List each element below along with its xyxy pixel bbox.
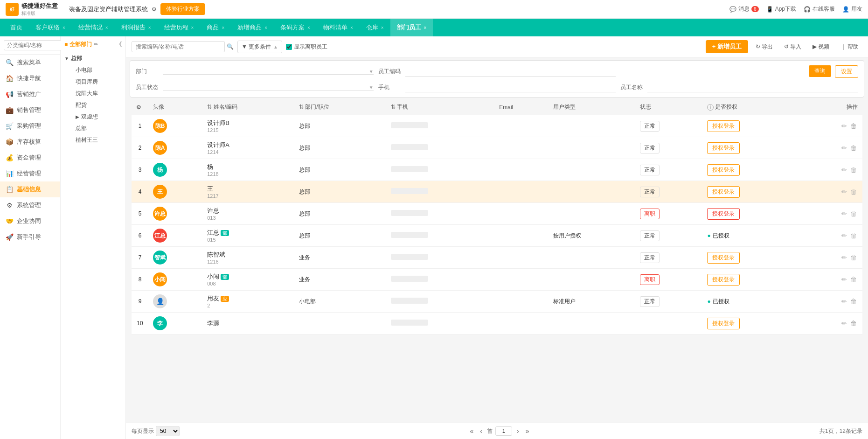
sidebar-item-collab[interactable]: 🤝 企业协同 [0, 213, 60, 229]
experience-button[interactable]: 体验行业方案 [160, 3, 205, 15]
dept-col-header[interactable]: ⇅ 部门/职位 [294, 99, 386, 115]
name-col-header[interactable]: ⇅ 姓名/编码 [202, 99, 294, 115]
dept-node-head[interactable]: ▼总部 [61, 53, 125, 64]
sidebar-item-marketing[interactable]: 📢 营销推广 [0, 86, 60, 102]
delete-button[interactable]: 🗑 [849, 165, 858, 174]
add-employee-button[interactable]: + 新增员工 [706, 40, 748, 53]
tab-customer[interactable]: 客户联络 × [29, 19, 72, 36]
auth-login-button[interactable]: 授权登录 [707, 164, 740, 176]
tab-profit[interactable]: 利润报告 × [115, 19, 158, 36]
dept-node-delivery[interactable]: 配货 [66, 99, 125, 111]
user-action[interactable]: 👤 用友 [842, 5, 862, 13]
tab-add-goods[interactable]: 新增商品 × [231, 19, 274, 36]
search-icon[interactable]: 🔍 [227, 43, 234, 50]
close-icon[interactable]: × [62, 25, 65, 30]
auth-login-button[interactable]: 授权登录 [707, 120, 740, 132]
tab-warehouse[interactable]: 仓库 × [360, 19, 390, 36]
dept-node-project[interactable]: 项目库房 [66, 76, 125, 88]
dept-node-shuangxu[interactable]: ▶双虚想 [66, 111, 125, 123]
auth-login-button[interactable]: 授权登录 [707, 274, 740, 286]
auth-login-button[interactable]: 授权登录 [707, 142, 740, 154]
last-page-button[interactable]: » [524, 426, 531, 436]
edit-button[interactable]: ✏ [840, 275, 848, 284]
prev-page-button[interactable]: ‹ [478, 426, 484, 436]
sidebar-item-sales[interactable]: 💼 销售管理 [0, 102, 60, 118]
emp-code-input[interactable] [405, 67, 616, 77]
dept-node-shenyang[interactable]: 沈阳大库 [66, 88, 125, 99]
query-button[interactable]: 查询 [809, 65, 831, 77]
dept-node-head2[interactable]: 总部 [66, 123, 125, 134]
online-service-action[interactable]: 🎧 在线客服 [804, 5, 835, 13]
message-action[interactable]: 💬 消息 6 [729, 5, 759, 13]
edit-button[interactable]: ✏ [840, 121, 848, 131]
delete-button[interactable]: 🗑 [849, 275, 858, 284]
edit-button[interactable]: ✏ [840, 187, 848, 196]
delete-button[interactable]: 🗑 [849, 209, 858, 218]
tab-employee[interactable]: 部门员工 × [390, 19, 433, 36]
tab-barcode[interactable]: 条码方案 × [274, 19, 317, 36]
app-download-action[interactable]: 📱 App下载 [766, 5, 796, 13]
tab-bom[interactable]: 物料清单 × [317, 19, 360, 36]
sidebar-item-guide[interactable]: 🚀 新手引导 [0, 229, 60, 245]
search-input[interactable] [132, 41, 225, 52]
delete-button[interactable]: 🗑 [849, 143, 858, 153]
close-icon[interactable]: × [424, 25, 427, 30]
edit-button[interactable]: ✏ [840, 209, 848, 218]
emp-name-input[interactable] [647, 83, 858, 92]
close-icon[interactable]: × [105, 25, 108, 30]
delete-button[interactable]: 🗑 [849, 319, 858, 328]
settings-col-header[interactable]: ⚙ [132, 99, 148, 115]
more-conditions-button[interactable]: ▼ 更多条件 ▲ [237, 41, 282, 53]
set-button[interactable]: 设置 [835, 65, 858, 78]
close-icon[interactable]: × [264, 25, 267, 30]
close-icon[interactable]: × [381, 25, 384, 30]
phone-input[interactable] [405, 83, 616, 92]
sidebar-item-biz[interactable]: 📊 经营管理 [0, 166, 60, 181]
auth-login-button[interactable]: 授权登录 [707, 318, 740, 329]
edit-button[interactable]: ✏ [840, 253, 848, 262]
dept-node-plant[interactable]: 植树王三 [66, 134, 125, 146]
settings-gear-icon[interactable]: ⚙ [152, 6, 157, 13]
video-button[interactable]: ▶ 视频 [809, 41, 833, 53]
auth-login-button[interactable]: 授权登录 [707, 186, 740, 198]
sidebar-item-finance[interactable]: 💰 资金管理 [0, 150, 60, 166]
dept-edit-icon[interactable]: ✏ [94, 42, 98, 48]
dept-all-header[interactable]: ■ 全部部门 ✏ 《 [61, 38, 125, 51]
delete-button[interactable]: 🗑 [849, 297, 858, 306]
delete-button[interactable]: 🗑 [849, 121, 858, 131]
auth-login-button[interactable]: 授权登录 [707, 208, 740, 220]
edit-button[interactable]: ✏ [840, 143, 848, 153]
page-input[interactable] [495, 426, 512, 436]
tab-home[interactable]: 首页 [4, 19, 29, 36]
export-button[interactable]: ↻ 导出 [752, 41, 777, 53]
show-resigned-checkbox[interactable]: 显示离职员工 [286, 43, 327, 51]
edit-button[interactable]: ✏ [840, 231, 848, 240]
close-icon[interactable]: × [350, 25, 353, 30]
delete-button[interactable]: 🗑 [849, 187, 858, 196]
close-icon[interactable]: × [148, 25, 151, 30]
sidebar-item-inventory[interactable]: 📦 库存核算 [0, 134, 60, 150]
help-button[interactable]: ｜ 帮助 [837, 41, 862, 53]
auth-login-button[interactable]: 授权登录 [707, 252, 740, 264]
close-icon[interactable]: × [222, 25, 224, 30]
edit-button[interactable]: ✏ [840, 319, 848, 328]
dept-collapse-icon[interactable]: 《 [116, 41, 122, 49]
first-page-button[interactable]: « [468, 426, 476, 436]
phone-col-header[interactable]: ⇅ 手机 [386, 99, 494, 115]
sidebar-item-base-info[interactable]: 📋 基础信息 [0, 181, 60, 197]
delete-button[interactable]: 🗑 [849, 253, 858, 262]
close-icon[interactable]: × [191, 25, 194, 30]
next-page-button[interactable]: › [515, 426, 521, 436]
status-dropdown-icon[interactable]: ▼ [369, 85, 374, 90]
close-icon[interactable]: × [307, 25, 310, 30]
import-button[interactable]: ↺ 导入 [780, 41, 805, 53]
edit-button[interactable]: ✏ [840, 165, 848, 174]
tab-history[interactable]: 经营历程 × [158, 19, 201, 36]
tab-goods[interactable]: 商品 × [200, 19, 231, 36]
delete-button[interactable]: 🗑 [849, 231, 858, 240]
dept-dropdown-icon[interactable]: ▼ [369, 69, 374, 74]
sidebar-item-search[interactable]: 🔍 搜索菜单 [0, 55, 60, 70]
sidebar-item-purchase[interactable]: 🛒 采购管理 [0, 118, 60, 134]
per-page-select[interactable]: 50 20 100 [156, 426, 180, 436]
edit-button[interactable]: ✏ [840, 297, 848, 306]
